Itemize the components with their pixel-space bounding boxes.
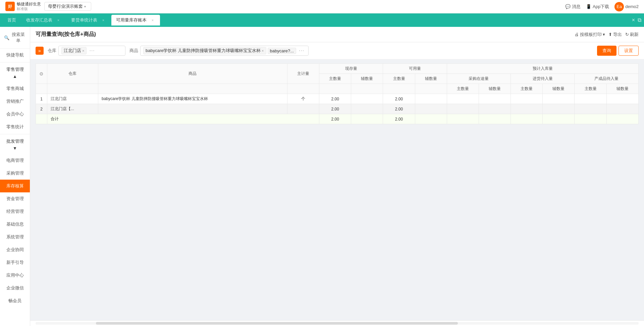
col-sub-unit [287, 84, 319, 94]
warehouse-filter-more[interactable]: ··· [88, 48, 96, 54]
user-menu[interactable]: Ea demo2 [614, 2, 639, 11]
footer-avail-aux [415, 114, 447, 124]
sidebar-item-operations[interactable]: 经营管理 [0, 205, 30, 218]
sidebar-item-app-center[interactable]: 应用中心 [0, 269, 30, 282]
warehouse-tag-input[interactable]: 江北门店 × ··· [58, 46, 125, 56]
col-production-pending-header: 产成品待入量 [575, 74, 639, 84]
industry-selector[interactable]: 母婴行业演示账套 ▾ [44, 2, 91, 11]
tab-available-stock[interactable]: 可用量库存账本 × [111, 15, 160, 26]
col-sub-settings [36, 84, 47, 94]
sidebar-item-enterprise[interactable]: 企业协同 [0, 243, 30, 256]
sidebar-item-inventory[interactable]: 库存核算 [0, 180, 30, 192]
product-tag-2-text: babycare?... [270, 48, 294, 53]
purchase-label: 采购管理 [6, 170, 24, 176]
row2-avail-main: 2.00 [383, 104, 415, 114]
window-close-btn[interactable]: × [632, 17, 635, 23]
col-sub-avail-aux [415, 84, 447, 94]
row2-prod-aux [606, 104, 638, 114]
refresh-btn[interactable]: ↻ 刷新 [625, 32, 639, 38]
settings-btn[interactable]: 设置 [619, 46, 639, 56]
app-download-btn[interactable]: 📱 App下载 [586, 4, 609, 10]
col-sub-avail-main [383, 84, 415, 94]
filter-warehouse-group: 仓库 江北门店 × ··· [48, 46, 125, 56]
col-inbound-pending-header: 进货待入量 [511, 74, 575, 84]
marketing-label: 营销推广 [6, 98, 24, 104]
tab-receipt-label: 收发存汇总表 [26, 17, 52, 23]
tab-receipt-summary[interactable]: 收发存汇总表 × [21, 15, 66, 26]
message-btn[interactable]: 💬 消息 [565, 4, 581, 10]
template-print-btn[interactable]: 🖨 按模板打印 ▾ [575, 32, 605, 38]
warehouse-tag-remove[interactable]: × [82, 49, 84, 53]
tab-order-stats[interactable]: 要货单统计表 × [66, 15, 111, 26]
basics-label: 基础信息 [6, 221, 24, 227]
app-download-label: App下载 [593, 4, 609, 10]
tab-order-close[interactable]: × [101, 17, 106, 23]
footer-inbound-aux [543, 114, 575, 124]
row2-product [98, 104, 287, 114]
tab-receipt-close[interactable]: × [56, 17, 61, 23]
tab-home[interactable]: 首页 [3, 15, 21, 26]
new-user-label: 新手引导 [6, 260, 24, 266]
sidebar-item-purchase[interactable]: 采购管理 [0, 167, 30, 180]
logo-icon: 好 [5, 2, 15, 11]
refresh-label: 刷新 [630, 32, 639, 38]
sidebar-item-nav[interactable]: 快捷导航 [0, 49, 30, 61]
footer-label: 合计 [47, 114, 319, 124]
table-row: 1 江北门店 babycare学饮杯 儿童防摔防撞吸管杯重力球吸嘴杯宝宝水杯 个… [36, 94, 639, 104]
query-btn[interactable]: 查询 [597, 46, 616, 56]
message-icon: 💬 [565, 4, 571, 9]
chevron-icon: ▲ [13, 74, 17, 79]
col-sub-product [98, 84, 287, 94]
scrollbar-thumb[interactable] [96, 322, 458, 325]
sidebar-item-wholesale-mgmt[interactable]: 批发管理 ▼ [0, 135, 30, 154]
col-inbound-aux: 辅数量 [543, 84, 575, 94]
row2-avail-aux [415, 104, 447, 114]
inventory-label: 库存核算 [6, 183, 24, 189]
sidebar-item-member[interactable]: 畅会员 [0, 294, 30, 307]
horizontal-scrollbar[interactable] [36, 322, 639, 325]
search-menu-btn[interactable]: 🔍 搜索菜单 [3, 30, 27, 45]
filter-product-group: 商品 babycare学饮杯 儿童防摔防撞吸管杯重力球吸嘴杯宝宝水杯 × bab… [129, 46, 309, 56]
sidebar-item-wechat[interactable]: 企业微信 [0, 282, 30, 294]
sidebar-item-system[interactable]: 系统管理 [0, 231, 30, 243]
sidebar-item-ecommerce[interactable]: 电商管理 [0, 154, 30, 167]
chevron-down-icon: ▾ [84, 5, 86, 8]
window-restore-btn[interactable]: ⧉ [638, 17, 641, 23]
product-tag-1-remove[interactable]: × [262, 49, 264, 53]
sidebar-item-marketing[interactable]: 营销推广 [0, 95, 30, 108]
finance-label: 资金管理 [6, 196, 24, 202]
table-row: 2 江北门店【... 2.00 2.00 [36, 104, 639, 114]
row2-num: 2 [36, 104, 47, 114]
tab-available-close[interactable]: × [150, 17, 155, 23]
sidebar-item-finance[interactable]: 资金管理 [0, 192, 30, 205]
sidebar-item-retail-stats[interactable]: 零售统计 [0, 121, 30, 133]
footer-avail-main: 2.00 [383, 114, 415, 124]
col-avail-header: 可用量 [383, 64, 447, 74]
col-avail-aux: 辅数量 [415, 74, 447, 84]
footer-prod-main [575, 114, 606, 124]
sidebar-item-new-user[interactable]: 新手引导 [0, 256, 30, 269]
warehouse-tag: 江北门店 × [61, 47, 87, 54]
filter-expand-btn[interactable]: » [36, 47, 44, 55]
export-label: 导出 [613, 32, 622, 38]
row1-stock-aux [351, 94, 383, 104]
product-filter-more[interactable]: ··· [298, 48, 306, 54]
export-icon: ⬆ [608, 32, 612, 37]
template-print-label: 按模板打印 [580, 32, 602, 38]
row1-inbound-aux [543, 94, 575, 104]
sidebar-divider-2 [0, 134, 30, 134]
sidebar-item-member-center[interactable]: 会员中心 [0, 108, 30, 121]
sidebar-item-basics[interactable]: 基础信息 [0, 218, 30, 231]
row2-stock-aux [351, 104, 383, 114]
table-settings-icon[interactable]: ⚙ [39, 71, 44, 77]
page-header: 可用量查询(按仓库+商品) 🖨 按模板打印 ▾ ⬆ 导出 ↻ 刷新 [30, 27, 644, 42]
product-tag-input[interactable]: babycare学饮杯 儿童防摔防撞吸管杯重力球吸嘴杯宝宝水杯 × babyca… [140, 46, 309, 56]
col-stock-header: 现存量 [319, 64, 383, 74]
col-sub-stock-main [319, 84, 351, 94]
export-btn[interactable]: ⬆ 导出 [608, 32, 622, 38]
product-tag-2: babycare?... [268, 48, 297, 54]
system-label: 系统管理 [6, 234, 24, 240]
sidebar-item-retail-mgmt[interactable]: 零售管理 ▲ [0, 63, 30, 82]
top-bar: 好 畅捷通好生意 标准版 母婴行业演示账套 ▾ 💬 消息 📱 App下载 Ea … [0, 0, 644, 13]
sidebar-item-retail-mall[interactable]: 零售商城 [0, 82, 30, 95]
